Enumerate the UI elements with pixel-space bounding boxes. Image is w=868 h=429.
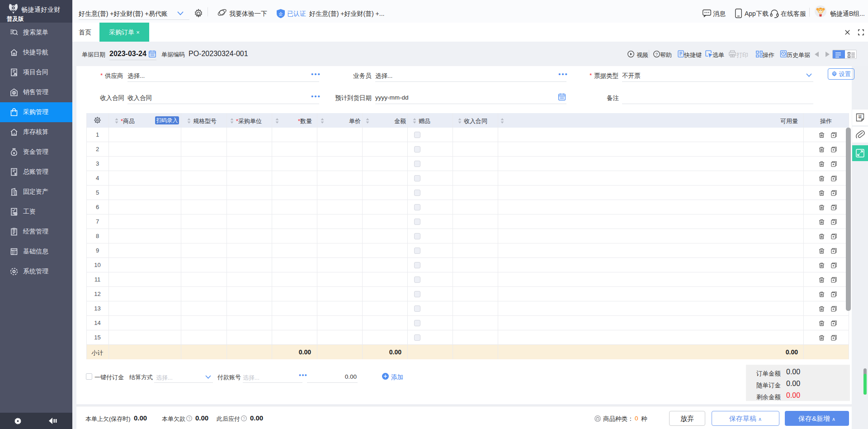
svg-text:?: ? [188, 416, 190, 421]
svg-text:?: ? [656, 52, 658, 57]
svg-text:?: ? [243, 416, 245, 421]
svg-text:企: 企 [279, 12, 283, 16]
svg-text:草: 草 [858, 114, 862, 119]
